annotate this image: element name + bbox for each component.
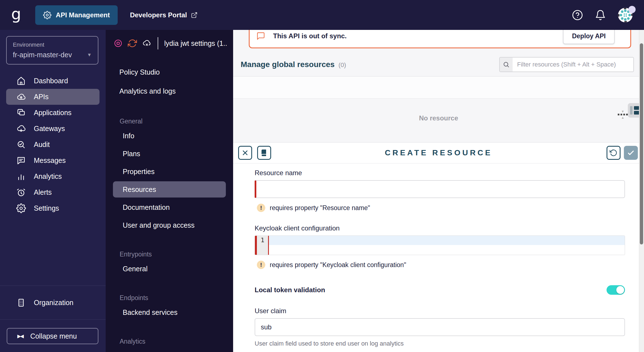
api-menu-policy-studio[interactable]: Policy Studio <box>106 64 233 80</box>
gravitee-logo[interactable]: g <box>11 6 21 22</box>
resource-name-label: Resource name <box>255 169 625 177</box>
sidebar-item-dashboard[interactable]: Dashboard <box>6 73 100 89</box>
avatar[interactable] <box>618 8 633 23</box>
cloud-upload-icon <box>16 92 26 102</box>
top-bar: g API Management Developers Portal <box>0 0 644 30</box>
local-token-validation-toggle[interactable] <box>607 285 625 295</box>
create-resource-form: Resource name ! requires property "Resou… <box>233 163 644 352</box>
empty-state: No resource <box>233 99 644 142</box>
primary-sidebar: Environment fr-apim-master-dev ▼ Dashboa… <box>0 30 106 352</box>
banner-message: This API is out of sync. <box>273 32 347 40</box>
warning-icon: ! <box>257 204 265 212</box>
api-menu-user-and-group-access[interactable]: User and group access <box>113 217 226 233</box>
api-menu-info[interactable]: Info <box>113 128 226 144</box>
error-text: requires property "Keycloak client confi… <box>270 261 406 269</box>
filter-resources-input[interactable] <box>513 58 633 72</box>
editor-line-number: 1 <box>257 236 268 255</box>
api-menu-label: Resources <box>123 185 156 194</box>
api-menu-analytics: Analytics <box>106 335 233 348</box>
api-menu-label: Plans <box>123 150 140 158</box>
api-nav: Policy StudioAnalytics and logsGeneralIn… <box>106 52 233 352</box>
cloud-unpublished-icon[interactable] <box>142 39 151 48</box>
app-body: Environment fr-apim-master-dev ▼ Dashboa… <box>0 30 644 352</box>
submit-button[interactable] <box>624 146 638 160</box>
sidebar-item-organization[interactable]: Organization <box>6 295 100 310</box>
resize-up-icon: ▼ <box>621 110 624 113</box>
applications-icon <box>16 108 26 118</box>
sidebar-item-alerts[interactable]: Alerts <box>6 184 100 200</box>
check-icon <box>627 149 635 157</box>
gear-icon <box>16 203 26 213</box>
api-menu-general[interactable]: General <box>113 261 226 277</box>
collapse-menu-label: Collapse menu <box>30 332 77 340</box>
error-text: requires property "Resource name" <box>270 204 370 212</box>
user-claim-hint: User claim field used to store end user … <box>255 340 625 347</box>
keycloak-config-editor[interactable]: 1 <box>255 236 625 255</box>
api-menu-label: General <box>120 118 143 125</box>
api-menu-label: Policy Studio <box>119 68 160 76</box>
sidebar-item-audit[interactable]: Audit <box>6 137 100 153</box>
rotate-ccw-icon <box>610 149 617 157</box>
environment-selector[interactable]: Environment fr-apim-master-dev ▼ <box>6 36 98 65</box>
api-menu-label: General <box>123 265 148 273</box>
sidebar-item-messages[interactable]: Messages <box>6 153 100 168</box>
vertical-scrollbar[interactable] <box>639 30 644 352</box>
gear-icon <box>43 11 51 19</box>
resize-grip-dots <box>618 114 628 115</box>
api-menu-resources[interactable]: Resources <box>113 181 226 198</box>
api-menu-entrypoints: Entrypoints <box>106 248 233 261</box>
api-menu-overview[interactable]: Overview <box>113 348 226 352</box>
documentation-button[interactable] <box>257 146 271 160</box>
resource-name-input[interactable] <box>255 180 625 198</box>
collapse-menu-button[interactable]: ▶◀ Collapse menu <box>7 328 98 344</box>
out-of-sync-banner: This API is out of sync. Deploy API <box>249 30 631 48</box>
message-icon <box>16 156 26 165</box>
app-switcher-button[interactable]: API Management <box>35 5 118 25</box>
deploy-api-button[interactable]: Deploy API <box>563 30 615 44</box>
avatar-status-badge <box>628 6 636 13</box>
audit-search-icon <box>16 140 26 149</box>
out-of-sync-icon[interactable] <box>128 39 137 48</box>
sidebar-item-settings[interactable]: Settings <box>6 200 100 216</box>
cloud-download-icon <box>16 124 26 134</box>
sidebar-item-analytics[interactable]: Analytics <box>6 168 100 184</box>
api-menu-documentation[interactable]: Documentation <box>113 199 226 215</box>
local-token-validation-label: Local token validation <box>255 286 325 294</box>
api-menu-properties[interactable]: Properties <box>113 163 226 180</box>
help-icon[interactable] <box>572 9 583 21</box>
scrollbar-thumb[interactable] <box>640 43 643 244</box>
create-resource-panel: CREATE RESOURCE Resource name ! <box>233 142 644 352</box>
chevron-down-icon: ▼ <box>87 53 92 57</box>
bell-icon[interactable] <box>595 9 606 21</box>
editor-active-line <box>269 236 625 245</box>
sidebar-item-label: APIs <box>34 93 49 101</box>
home-icon <box>16 76 26 86</box>
resize-down-icon: ▲ <box>621 116 624 119</box>
editor-body[interactable] <box>269 236 625 255</box>
panel-title: CREATE RESOURCE <box>385 148 493 157</box>
main-content: This API is out of sync. Deploy API Mana… <box>233 30 644 352</box>
sidebar-item-apis[interactable]: APIs <box>6 89 100 105</box>
resource-count: (0) <box>338 61 346 69</box>
api-menu-endpoints: Endpoints <box>106 291 233 304</box>
panel-resize-handle[interactable]: ▼ ▲ <box>618 110 628 119</box>
environment-label: Environment <box>13 42 92 48</box>
api-menu-label: Properties <box>123 168 155 176</box>
book-icon <box>260 149 268 157</box>
stop-record-icon[interactable] <box>113 39 123 48</box>
sidebar-item-label: Messages <box>34 156 66 165</box>
api-menu-backend-services[interactable]: Backend services <box>113 304 226 320</box>
user-claim-input[interactable] <box>255 318 625 336</box>
resource-table-header <box>233 77 644 99</box>
sidebar-item-label: Dashboard <box>34 77 68 85</box>
building-icon <box>16 298 26 308</box>
close-button[interactable] <box>238 146 252 160</box>
sidebar-item-gateways[interactable]: Gateways <box>6 121 100 137</box>
app-switcher-label: API Management <box>56 11 110 19</box>
developers-portal-link[interactable]: Developers Portal <box>130 11 198 19</box>
sidebar-item-applications[interactable]: Applications <box>6 105 100 121</box>
api-menu-plans[interactable]: Plans <box>113 146 226 162</box>
api-menu-analytics-and-logs[interactable]: Analytics and logs <box>106 83 233 99</box>
external-link-icon <box>191 12 198 18</box>
reset-button[interactable] <box>607 146 621 160</box>
